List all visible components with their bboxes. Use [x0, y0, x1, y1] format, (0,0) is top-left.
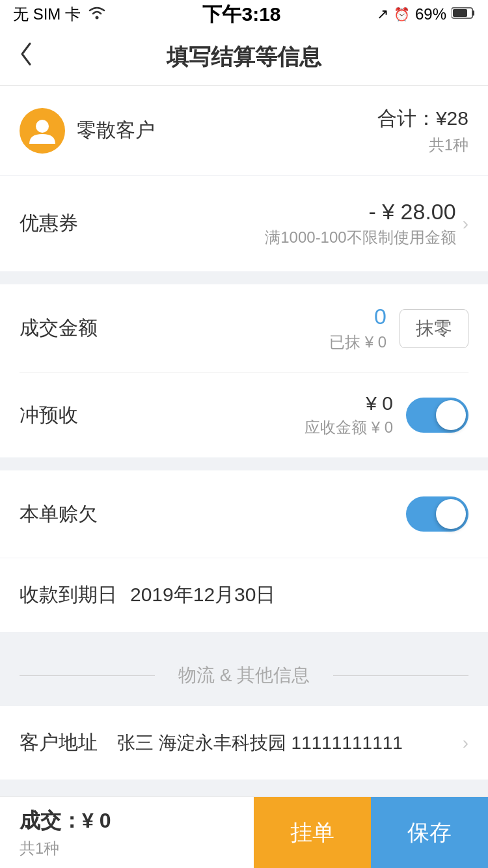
battery-text: 69%	[415, 5, 446, 23]
customer-left: 零散客户	[20, 108, 155, 154]
user-avatar-icon	[26, 115, 59, 147]
bottom-deal-label: 成交：	[20, 809, 82, 832]
prepay-amounts: ¥ 0 应收金额 ¥ 0	[305, 392, 393, 438]
amount-section: 成交金额 0 已抹 ¥ 0 抹零 冲预收 ¥ 0 应收金额 ¥ 0	[0, 284, 488, 457]
address-card: 客户地址 张三 海淀永丰科技园 11111111111 ›	[0, 706, 488, 780]
status-right: ↗ ⏰ 69%	[377, 5, 475, 23]
svg-rect-2	[472, 10, 474, 16]
page-title: 填写结算等信息	[167, 42, 321, 72]
due-date-label: 收款到期日	[20, 582, 117, 608]
svg-point-4	[36, 120, 49, 133]
logistics-header: 物流 & 其他信息	[0, 645, 488, 706]
coupon-chevron-icon: ›	[463, 213, 468, 234]
back-button[interactable]	[18, 41, 34, 73]
deal-amount-value[interactable]: 0	[329, 304, 386, 329]
svg-point-0	[96, 16, 99, 20]
pending-button[interactable]: 挂单	[254, 797, 371, 869]
customer-right: 合计：¥28 共1种	[377, 105, 468, 156]
logistics-line-left	[20, 675, 155, 676]
coupon-discount: - ¥ 28.00	[265, 199, 455, 224]
total-amount: 合计：¥28	[377, 105, 468, 132]
logistics-line-right	[333, 675, 468, 676]
amount-card: 成交金额 0 已抹 ¥ 0 抹零 冲预收 ¥ 0 应收金额 ¥ 0	[0, 284, 488, 457]
deal-amount-sub: 已抹 ¥ 0	[329, 332, 386, 353]
round-down-button[interactable]: 抹零	[400, 309, 468, 348]
deal-amount-right: 0 已抹 ¥ 0 抹零	[329, 304, 468, 353]
customer-avatar	[20, 108, 65, 154]
customer-row: 零散客户 合计：¥28 共1种	[0, 86, 488, 175]
customer-card: 零散客户 合计：¥28 共1种 优惠券 - ¥ 28.00 满1000-100不…	[0, 86, 488, 271]
deal-amount-input-area: 0 已抹 ¥ 0	[329, 304, 386, 353]
due-date-row: 收款到期日 2019年12月30日	[0, 558, 488, 632]
address-row[interactable]: 客户地址 张三 海淀永丰科技园 11111111111 ›	[0, 706, 488, 780]
nav-bar: 填写结算等信息	[0, 29, 488, 86]
address-label: 客户地址	[20, 729, 98, 756]
debt-label: 本单赊欠	[20, 501, 98, 528]
prepay-label: 冲预收	[20, 402, 78, 429]
total-count: 共1种	[377, 135, 468, 156]
prepay-row: 冲预收 ¥ 0 应收金额 ¥ 0	[20, 373, 468, 457]
status-bar: 无 SIM 卡 下午3:18 ↗ ⏰ 69%	[0, 0, 488, 29]
prepay-right: ¥ 0 应收金额 ¥ 0	[305, 392, 468, 438]
coupon-desc: 满1000-100不限制使用金额	[265, 227, 455, 248]
debt-toggle[interactable]	[406, 496, 468, 532]
status-left: 无 SIM 卡	[13, 4, 107, 25]
deal-amount-row: 成交金额 0 已抹 ¥ 0 抹零	[20, 284, 468, 373]
coupon-right: - ¥ 28.00 满1000-100不限制使用金额 ›	[265, 199, 468, 248]
debt-section: 本单赊欠	[0, 470, 488, 558]
wifi-icon	[87, 5, 107, 23]
prepay-amount: ¥ 0	[305, 392, 393, 414]
coupon-label: 优惠券	[20, 210, 78, 237]
logistics-label: 物流 & 其他信息	[168, 663, 320, 688]
debt-toggle-knob	[436, 499, 466, 529]
svg-rect-3	[453, 9, 467, 17]
prepay-sub: 应收金额 ¥ 0	[305, 417, 393, 438]
content-area: 零散客户 合计：¥28 共1种 优惠券 - ¥ 28.00 满1000-100不…	[0, 86, 488, 868]
no-sim-text: 无 SIM 卡	[13, 4, 81, 25]
toggle-knob	[436, 400, 466, 430]
bottom-bar: 成交：¥ 0 共1种 挂单 保存	[0, 796, 488, 868]
debt-card: 本单赊欠 收款到期日 2019年12月30日	[0, 470, 488, 632]
bottom-summary: 成交：¥ 0 共1种	[0, 807, 254, 859]
coupon-row[interactable]: 优惠券 - ¥ 28.00 满1000-100不限制使用金额 ›	[0, 176, 488, 271]
location-icon: ↗	[377, 6, 388, 23]
address-chevron-icon: ›	[463, 733, 468, 753]
customer-name: 零散客户	[77, 117, 155, 144]
bottom-count: 共1种	[20, 838, 234, 859]
battery-icon	[452, 5, 475, 23]
coupon-info: - ¥ 28.00 满1000-100不限制使用金额	[265, 199, 455, 248]
bottom-deal-value: ¥ 0	[82, 809, 111, 832]
prepay-toggle[interactable]	[406, 398, 468, 433]
bottom-deal-amount: 成交：¥ 0	[20, 807, 234, 835]
address-value: 张三 海淀永丰科技园 11111111111	[117, 731, 463, 755]
deal-amount-label: 成交金额	[20, 315, 98, 342]
save-button[interactable]: 保存	[371, 797, 488, 869]
due-date-value[interactable]: 2019年12月30日	[130, 582, 275, 608]
status-time: 下午3:18	[202, 1, 280, 28]
alarm-icon: ⏰	[394, 7, 410, 22]
